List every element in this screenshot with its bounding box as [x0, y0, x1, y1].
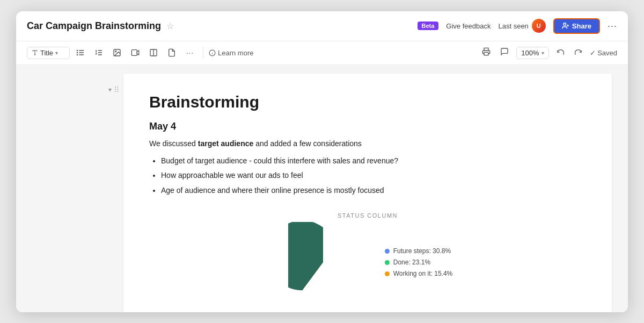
legend-label-working: Working on it: 15.4%: [393, 270, 453, 277]
numbered-list-icon: [94, 48, 103, 57]
topbar-right: Beta Give feedback Last seen U Share ···: [418, 18, 617, 34]
chart-section: STATUS COLUMN: [149, 212, 586, 297]
list-item: Age of audience and where their online p…: [161, 184, 586, 196]
svg-point-13: [115, 51, 116, 52]
bullet-list: Budget of target audience - could this i…: [161, 155, 586, 196]
section-heading: May 4: [149, 121, 586, 132]
intro-paragraph: We discussed target audience and added a…: [149, 138, 586, 149]
avatar-initials: U: [537, 23, 541, 29]
topbar-left: Car Campaign Brainstorming ☆: [27, 20, 174, 32]
legend-dot-future: [385, 249, 390, 254]
more-toolbar-btn[interactable]: ···: [182, 45, 197, 60]
undo-btn[interactable]: [554, 46, 567, 60]
print-icon: [482, 47, 491, 56]
columns-icon: [149, 48, 158, 57]
file-icon: [167, 48, 176, 57]
video-btn[interactable]: [128, 45, 143, 60]
toolbar: Title ▾ ··· Learn more: [16, 41, 628, 65]
toolbar-right: 100% ▾ ✓ Saved: [480, 45, 617, 60]
redo-btn[interactable]: [572, 46, 584, 60]
info-icon: [209, 49, 216, 56]
svg-point-8: [77, 54, 77, 55]
share-label: Share: [572, 22, 591, 30]
chart-container: Future steps: 30.8% Done: 23.1% Working …: [283, 227, 453, 297]
file-btn[interactable]: [164, 45, 179, 60]
zoom-arrow: ▾: [541, 50, 544, 56]
comment-btn[interactable]: [498, 45, 511, 60]
star-icon[interactable]: ☆: [166, 21, 174, 31]
content-area: ▾ ⠿ Brainstorming May 4 We discussed tar…: [16, 65, 628, 312]
bullet-list-btn[interactable]: [73, 45, 88, 60]
style-select[interactable]: Title ▾: [27, 47, 70, 59]
more-options-icon[interactable]: ···: [608, 20, 617, 32]
legend-dot-working: [385, 271, 390, 276]
share-button[interactable]: Share: [553, 18, 600, 34]
more-toolbar-icon: ···: [186, 48, 194, 57]
topbar: Car Campaign Brainstorming ☆ Beta Give f…: [16, 11, 628, 41]
text-icon: [32, 49, 38, 56]
bullet-list-icon: [76, 48, 85, 57]
left-gutter: ▾ ⠿: [16, 65, 123, 312]
app-window: Car Campaign Brainstorming ☆ Beta Give f…: [16, 11, 628, 312]
beta-badge: Beta: [418, 21, 439, 30]
legend-item: Done: 23.1%: [385, 259, 453, 266]
doc-title: Car Campaign Brainstorming: [27, 20, 161, 32]
numbered-list-btn[interactable]: [91, 45, 106, 60]
doc-page: Brainstorming May 4 We discussed target …: [123, 74, 612, 312]
list-item: Budget of target audience - could this i…: [161, 155, 586, 167]
pie-slice-other: [288, 222, 323, 290]
block-controls: ▾ ⠿: [108, 85, 119, 94]
video-icon: [131, 48, 140, 57]
columns-btn[interactable]: [146, 45, 161, 60]
image-icon: [113, 48, 121, 57]
style-select-arrow: ▾: [55, 50, 58, 56]
list-item: How approachable we want our ads to feel: [161, 169, 586, 181]
intro-text: We discussed: [149, 139, 198, 148]
undo-icon: [557, 48, 565, 56]
pie-chart: [288, 222, 358, 303]
legend-dot-done: [385, 260, 390, 265]
chart-title: STATUS COLUMN: [338, 212, 398, 219]
svg-point-7: [77, 52, 77, 53]
svg-point-0: [564, 23, 566, 26]
share-icon: [562, 22, 569, 30]
saved-label-text: ✓ Saved: [590, 49, 617, 57]
doc-heading: Brainstorming: [149, 93, 586, 111]
intro-rest: and added a few considerations: [253, 139, 362, 148]
intro-bold: target audience: [198, 139, 253, 148]
image-btn[interactable]: [109, 45, 125, 60]
block-drag-icon[interactable]: ⠿: [114, 85, 119, 94]
print-btn[interactable]: [480, 45, 493, 60]
svg-rect-20: [484, 52, 488, 55]
saved-indicator: ✓ Saved: [590, 49, 617, 57]
last-seen-label: Last seen: [498, 22, 528, 30]
block-arrow-icon[interactable]: ▾: [108, 86, 112, 94]
legend-label-done: Done: 23.1%: [393, 259, 430, 266]
legend-item: Future steps: 30.8%: [385, 247, 453, 255]
learn-more-btn[interactable]: Learn more: [209, 49, 253, 57]
comment-icon: [500, 47, 509, 56]
learn-more-label: Learn more: [218, 49, 253, 57]
style-select-label: Title: [40, 49, 53, 57]
svg-rect-14: [131, 50, 137, 56]
zoom-value: 100%: [521, 49, 539, 57]
toolbar-divider: [203, 47, 203, 59]
zoom-control[interactable]: 100% ▾: [516, 47, 548, 59]
legend-item: Working on it: 15.4%: [385, 270, 453, 277]
avatar: U: [532, 19, 546, 33]
last-seen: Last seen U: [498, 19, 545, 33]
legend-label-future: Future steps: 30.8%: [393, 247, 451, 255]
give-feedback-link[interactable]: Give feedback: [446, 22, 491, 30]
redo-icon: [574, 48, 582, 56]
svg-point-6: [77, 50, 77, 51]
legend: Future steps: 30.8% Done: 23.1% Working …: [385, 247, 453, 277]
